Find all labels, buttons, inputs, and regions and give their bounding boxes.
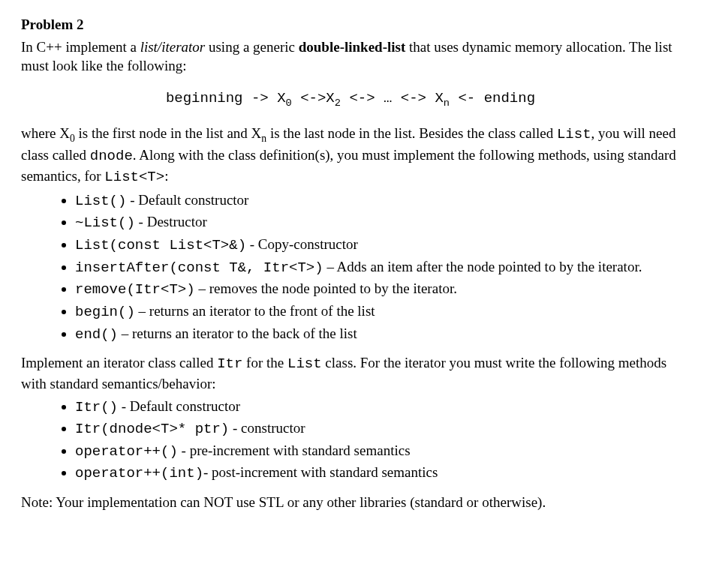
list-item: begin() – returns an iterator to the fro… [75,302,680,322]
list-item: operator++(int)- post-increment with sta… [75,463,680,484]
p2-a: where X [21,125,70,141]
diagram-begin: beginning -> X [166,90,286,106]
linked-list-diagram: beginning -> X0 <->X2 <-> … <-> Xn <- en… [21,89,680,110]
itr-methods: Itr() - Default constructor Itr(dnode<T>… [21,397,680,484]
method-code: remove(Itr<T>) [75,281,195,298]
second-paragraph: where X0 is the first node in the list a… [21,124,680,188]
intro-text-bold: double-linked-list [299,39,406,55]
list-item: end() – returns an iterator to the back … [75,324,680,345]
method-desc: – Adds an item after the node pointed to… [323,259,642,274]
list-item: Itr() - Default constructor [75,397,680,418]
p2-f: : [164,168,168,184]
p3-b: for the [242,355,287,370]
list-item: ~List() - Destructor [75,212,680,233]
p3-itr: Itr [217,356,242,372]
method-code: operator++() [75,443,178,460]
method-code: operator++(int) [75,465,203,482]
intro-text-c: using a generic [205,39,299,55]
list-item: Itr(dnode<T>* ptr) - constructor [75,418,680,440]
method-desc: - post-increment with standard semantics [203,464,438,480]
p2-dnode-code: dnode [90,148,133,164]
diagram-subn: n [444,98,450,109]
third-paragraph: Implement an iterator class called Itr f… [21,353,680,393]
diagram-sub0: 0 [286,98,292,109]
list-item: List() - Default constructor [75,190,680,212]
diagram-mid1: <->X [292,90,335,106]
p2-listT: List<T> [104,169,164,185]
method-desc: – returns an iterator to the front of th… [135,303,375,319]
method-desc: - Default constructor [118,398,240,414]
list-item: insertAfter(const T&, Itr<T>) – Adds an … [75,257,680,278]
method-code: insertAfter(const T&, Itr<T>) [75,260,323,276]
list-item: List(const List<T>&) - Copy-constructor [75,235,680,256]
method-code: end() [75,326,118,343]
note-paragraph: Note: Your implementation can NOT use ST… [21,493,680,512]
intro-text-italic: list/iterator [140,39,206,55]
method-desc: - Default constructor [126,192,248,208]
list-item: operator++() - pre-increment with standa… [75,441,680,462]
p2-sub0: 0 [70,133,75,144]
method-desc: – removes the node pointed to by the ite… [195,280,457,296]
intro-text-a: In C++ implement a [21,39,140,55]
p3-a: Implement an iterator class called [21,355,217,370]
method-desc: – returns an iterator to the back of the… [118,326,357,341]
diagram-mid2: <-> … <-> X [341,90,444,106]
method-code: List(const List<T>&) [75,237,246,254]
p2-list-code: List [557,126,591,142]
list-methods: List() - Default constructor ~List() - D… [21,190,680,344]
method-desc: - Destructor [135,214,207,230]
method-code: Itr() [75,399,118,416]
intro-paragraph: In C++ implement a list/iterator using a… [21,38,680,76]
p3-list: List [287,356,322,372]
method-desc: - Copy-constructor [246,236,358,252]
method-code: List() [75,193,126,209]
method-code: begin() [75,304,135,320]
method-desc: - pre-increment with standard semantics [178,442,411,458]
problem-title: Problem 2 [21,16,84,32]
diagram-sub2: 2 [335,98,341,109]
diagram-end: <- ending [450,90,535,106]
method-desc: - constructor [229,420,305,436]
p2-c: is the last node in the list. Besides th… [266,125,557,141]
list-item: remove(Itr<T>) – removes the node pointe… [75,279,680,300]
method-code: ~List() [75,214,135,231]
method-code: Itr(dnode<T>* ptr) [75,421,229,437]
p2-b: is the first node in the list and X [75,125,262,141]
